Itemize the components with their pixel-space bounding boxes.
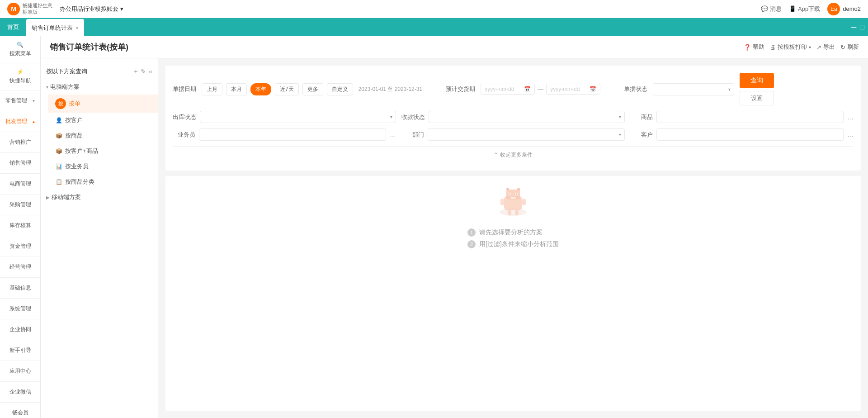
date-btn-this-year[interactable]: 本年 [250, 83, 271, 95]
scheme-by-customer[interactable]: 👤 按客户 [48, 113, 158, 128]
goods-label: 商品 [630, 113, 653, 121]
sidebar-item-retail[interactable]: 零售管理 ▾ [0, 90, 40, 111]
svg-point-5 [509, 194, 511, 195]
sidebar-item-system[interactable]: 系统管理 [0, 299, 40, 319]
date-filter-label: 单据日期 [173, 85, 196, 93]
settings-btn[interactable]: 设置 [740, 91, 774, 105]
sidebar-item-wechat[interactable]: 企业微信 [0, 382, 40, 403]
calendar-start-icon: 📅 [524, 86, 531, 92]
sidebar-item-operations-label: 经营管理 [9, 263, 31, 271]
query-btn[interactable]: 查询 [740, 73, 774, 88]
date-btn-last-month[interactable]: 上月 [202, 83, 222, 95]
message-btn[interactable]: 💬 消息 [761, 5, 782, 13]
workspace-selector[interactable]: 办公用品行业模拟账套 ▾ [56, 3, 127, 15]
app-download-btn[interactable]: 📱 App下载 [789, 5, 820, 13]
expected-date-label: 预计交货期 [446, 85, 475, 93]
mobile-group-label: 移动端方案 [52, 193, 81, 201]
tab-close-btn[interactable]: × [75, 25, 79, 31]
nav-label: 快捷导航 [9, 77, 31, 85]
date-btn-this-month[interactable]: 本月 [226, 83, 247, 95]
payment-select[interactable] [429, 111, 625, 123]
salesperson-more-btn[interactable]: … [390, 131, 396, 138]
tab-active[interactable]: 销售订单统计表 × [26, 19, 84, 37]
page-title: 销售订单统计表(按单) [50, 42, 128, 52]
sidebar-item-appstore[interactable]: 应用中心 [0, 361, 40, 382]
sidebar-search[interactable]: 🔍 搜索菜单 [0, 36, 40, 63]
sidebar-item-enterprise[interactable]: 企业协同 [0, 319, 40, 340]
sidebar-item-newuser-label: 新手引导 [9, 347, 31, 354]
sidebar-item-finance[interactable]: 资金管理 [0, 236, 40, 257]
sidebar-item-system-label: 系统管理 [9, 305, 31, 313]
expected-date-end[interactable]: yyyy-mm-dd 📅 [546, 84, 600, 95]
app-download-label: App下载 [798, 5, 820, 13]
date-btn-more[interactable]: 更多 [302, 83, 323, 95]
expected-date-start[interactable]: yyyy-mm-dd 📅 [481, 84, 535, 95]
export-btn[interactable]: ↗ 导出 [816, 43, 835, 51]
scheme-by-customer-label: 按客户 [65, 116, 83, 124]
department-select[interactable] [428, 128, 625, 141]
customer-more-btn[interactable]: … [847, 131, 854, 138]
user-menu[interactable]: Ea demo2 [827, 3, 861, 15]
scheme-by-customer-goods[interactable]: 📦 按客户+商品 [48, 143, 158, 159]
sidebar-item-wholesale[interactable]: 批发管理 ▴ [0, 111, 40, 132]
scheme-by-salesperson[interactable]: 📊 按业务员 [48, 159, 158, 174]
delivery-select[interactable] [200, 111, 396, 123]
status-select[interactable] [653, 83, 734, 95]
edit-scheme-btn[interactable]: ✎ [141, 68, 146, 75]
refresh-label: 刷新 [847, 43, 859, 51]
tip-num-2: 2 [467, 240, 476, 248]
scheme-by-order-label: 按单 [69, 100, 80, 108]
filter-row-3: 业务员 … 部门 ▾ [173, 128, 854, 141]
refresh-btn[interactable]: ↻ 刷新 [840, 43, 859, 51]
empty-tips: 1 请先选择要分析的方案 2 用[过滤]条件来缩小分析范围 [467, 228, 559, 248]
add-scheme-btn[interactable]: + [134, 67, 138, 76]
goods-input[interactable] [656, 111, 844, 123]
scheme-by-salesperson-label: 按业务员 [65, 162, 89, 171]
collapse-bar[interactable]: ⌃ 收起更多条件 [173, 146, 854, 163]
sidebar-item-inventory[interactable]: 库存核算 [0, 215, 40, 236]
sidebar-item-sales[interactable]: 销售管理 [0, 153, 40, 174]
search-icon: 🔍 [17, 42, 24, 48]
tab-maximize-btn[interactable]: □ [860, 23, 864, 31]
collapse-panel-btn[interactable]: « [149, 68, 152, 75]
customer-goods-icon: 📦 [55, 147, 62, 155]
salesperson-filter-cell: 业务员 … [173, 128, 396, 141]
customer-input[interactable] [656, 128, 844, 141]
goods-more-btn[interactable]: … [847, 114, 854, 121]
sidebar-item-basic-label: 基础信息 [9, 284, 31, 292]
delivery-label: 出库状态 [173, 113, 196, 121]
sidebar-item-marketing[interactable]: 营销推广 [0, 132, 40, 153]
sidebar-nav[interactable]: ⚡ 快捷导航 [0, 63, 40, 90]
scheme-by-category[interactable]: 📋 按商品分类 [48, 174, 158, 190]
sidebar-item-purchase[interactable]: 采购管理 [0, 195, 40, 215]
sidebar-item-basic[interactable]: 基础信息 [0, 278, 40, 299]
tree-group-mobile[interactable]: ▶ 移动端方案 [41, 190, 158, 205]
left-panel-title: 按以下方案查询 [46, 67, 87, 76]
sidebar-item-member-label: 畅会员 [12, 409, 28, 417]
tab-minimize-btn[interactable]: ─ [851, 23, 856, 31]
status-select-wrapper: ▾ [653, 83, 734, 95]
sidebar-item-member[interactable]: 畅会员 [0, 403, 40, 418]
payment-filter-cell: 收款状态 ▾ [401, 111, 625, 123]
scheme-by-goods[interactable]: 📦 按商品 [48, 128, 158, 143]
empty-tip-2: 2 用[过滤]条件来缩小分析范围 [467, 240, 559, 248]
salesperson-input[interactable] [199, 128, 386, 141]
refresh-icon: ↻ [840, 44, 845, 51]
print-btn[interactable]: 🖨 按模板打印 ▾ [770, 43, 811, 51]
empty-state-icon [491, 176, 536, 221]
help-btn[interactable]: ❓ 帮助 [744, 43, 764, 51]
tab-home[interactable]: 首页 [0, 18, 26, 36]
tree-group-computer[interactable]: ▾ 电脑端方案 [41, 79, 158, 95]
sidebar-item-enterprise-label: 企业协同 [9, 326, 31, 333]
sidebar-item-wechat-label: 企业微信 [9, 388, 31, 396]
sidebar-item-operations[interactable]: 经营管理 [0, 257, 40, 278]
date-btn-custom[interactable]: 自定义 [327, 83, 353, 95]
date-end-placeholder: yyyy-mm-dd [550, 86, 580, 92]
date-btn-7days[interactable]: 近7天 [275, 83, 299, 95]
sidebar-item-newuser[interactable]: 新手引导 [0, 340, 40, 361]
sidebar-item-ecommerce[interactable]: 电商管理 [0, 174, 40, 195]
topbar-right: 💬 消息 📱 App下载 Ea demo2 [761, 3, 861, 15]
scheme-by-order[interactable]: 按 按单 [48, 95, 158, 113]
svg-rect-10 [508, 210, 511, 215]
svg-rect-8 [500, 199, 504, 205]
